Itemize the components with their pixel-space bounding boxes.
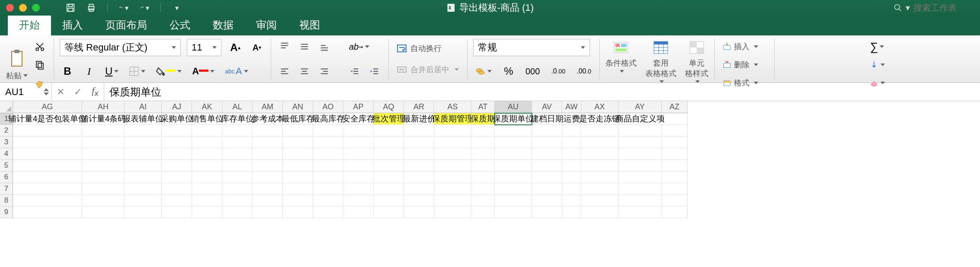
cell-styles-button[interactable]: 单元 格样式 bbox=[685, 39, 708, 83]
col-header-AY[interactable]: AY bbox=[618, 101, 662, 113]
cell-AP7[interactable] bbox=[343, 183, 374, 195]
col-header-AN[interactable]: AN bbox=[283, 101, 313, 113]
tab-数据[interactable]: 数据 bbox=[202, 15, 245, 35]
cell-AX2[interactable] bbox=[581, 125, 618, 137]
cell-AJ6[interactable] bbox=[162, 172, 192, 183]
cell-AZ3[interactable] bbox=[662, 137, 688, 148]
zoom-window-button[interactable] bbox=[32, 4, 40, 12]
cell-AT6[interactable] bbox=[471, 172, 495, 183]
cell-AP8[interactable] bbox=[343, 195, 374, 207]
cell-AN8[interactable] bbox=[283, 195, 313, 207]
cell-AL4[interactable] bbox=[222, 148, 253, 160]
cell-AR7[interactable] bbox=[404, 183, 434, 195]
cell-AM5[interactable] bbox=[253, 160, 283, 172]
cell-AI9[interactable] bbox=[125, 207, 162, 218]
cell-AZ5[interactable] bbox=[662, 160, 688, 172]
cell-AI5[interactable] bbox=[125, 160, 162, 172]
format-painter-button[interactable] bbox=[32, 75, 48, 91]
search-input[interactable] bbox=[913, 3, 974, 13]
col-header-AQ[interactable]: AQ bbox=[374, 101, 404, 113]
cell-AL6[interactable] bbox=[222, 172, 253, 183]
cell-AG6[interactable] bbox=[13, 172, 82, 183]
cell-AU2[interactable] bbox=[495, 125, 532, 137]
fill-button[interactable] bbox=[780, 57, 974, 73]
cell-AZ8[interactable] bbox=[662, 195, 688, 207]
cell-AM1[interactable]: 参考成本 bbox=[253, 113, 283, 125]
cell-AP4[interactable] bbox=[343, 148, 374, 160]
increase-decimal-button[interactable]: .0.00 bbox=[549, 64, 567, 79]
align-center-button[interactable] bbox=[297, 64, 312, 79]
cell-AI2[interactable] bbox=[125, 125, 162, 137]
cell-AL1[interactable]: 库存单位 bbox=[222, 113, 253, 125]
orientation-button[interactable]: ab↗ bbox=[347, 39, 372, 54]
cell-AL5[interactable] bbox=[222, 160, 253, 172]
cell-AV9[interactable] bbox=[532, 207, 562, 218]
paste-button[interactable]: 粘贴 bbox=[6, 49, 28, 81]
tab-审阅[interactable]: 审阅 bbox=[245, 15, 288, 35]
undo-icon[interactable]: ▾ bbox=[119, 3, 128, 13]
cell-AO3[interactable] bbox=[313, 137, 343, 148]
col-header-AO[interactable]: AO bbox=[313, 101, 343, 113]
cell-AS5[interactable] bbox=[434, 160, 471, 172]
col-header-AS[interactable]: AS bbox=[434, 101, 471, 113]
cell-AN7[interactable] bbox=[283, 183, 313, 195]
cell-AQ4[interactable] bbox=[374, 148, 404, 160]
cell-AT3[interactable] bbox=[471, 137, 495, 148]
col-header-AT[interactable]: AT bbox=[471, 101, 495, 113]
cell-AO1[interactable]: 最高库存 bbox=[313, 113, 343, 125]
cell-AR3[interactable] bbox=[404, 137, 434, 148]
align-middle-button[interactable] bbox=[297, 39, 312, 54]
row-header-4[interactable]: 4 bbox=[0, 148, 13, 160]
cell-AI4[interactable] bbox=[125, 148, 162, 160]
font-name-combo[interactable]: 等线 Regular (正文) bbox=[60, 39, 181, 56]
cell-AY6[interactable] bbox=[618, 172, 662, 183]
cell-AL3[interactable] bbox=[222, 137, 253, 148]
row-header-3[interactable]: 3 bbox=[0, 137, 13, 148]
cell-AI8[interactable] bbox=[125, 195, 162, 207]
cell-AZ4[interactable] bbox=[662, 148, 688, 160]
cell-AJ3[interactable] bbox=[162, 137, 192, 148]
cell-AK3[interactable] bbox=[192, 137, 222, 148]
cell-AP5[interactable] bbox=[343, 160, 374, 172]
cell-AY1[interactable]: 商品自定义项 bbox=[618, 113, 662, 125]
cell-AY8[interactable] bbox=[618, 195, 662, 207]
cell-AU3[interactable] bbox=[495, 137, 532, 148]
cell-AH3[interactable] bbox=[82, 137, 125, 148]
cell-AR1[interactable]: 最新进价 bbox=[404, 113, 434, 125]
cell-AG1[interactable]: 辅计量4是否包装单位 bbox=[13, 113, 82, 125]
cell-AU5[interactable] bbox=[495, 160, 532, 172]
cell-AR6[interactable] bbox=[404, 172, 434, 183]
cell-AQ1[interactable]: 批次管理 bbox=[374, 113, 404, 125]
row-header-8[interactable]: 8 bbox=[0, 195, 13, 207]
cell-AP6[interactable] bbox=[343, 172, 374, 183]
cell-AW1[interactable]: 运费 bbox=[562, 113, 581, 125]
tab-公式[interactable]: 公式 bbox=[158, 15, 202, 35]
cell-AH4[interactable] bbox=[82, 148, 125, 160]
cell-AN1[interactable]: 最低库存 bbox=[283, 113, 313, 125]
conditional-format-button[interactable]: 条件格式 bbox=[605, 39, 637, 73]
cell-AM7[interactable] bbox=[253, 183, 283, 195]
cell-AK1[interactable]: 销售单位 bbox=[192, 113, 222, 125]
fx-button[interactable]: fx bbox=[86, 85, 104, 98]
merge-center-button[interactable]: 合并后居中 bbox=[394, 62, 461, 77]
cell-AG8[interactable] bbox=[13, 195, 82, 207]
autosum-button[interactable]: ∑ bbox=[780, 39, 974, 54]
tab-开始[interactable]: 开始 bbox=[8, 15, 51, 35]
cell-AT5[interactable] bbox=[471, 160, 495, 172]
cell-AJ8[interactable] bbox=[162, 195, 192, 207]
cell-AP1[interactable]: 安全库存 bbox=[343, 113, 374, 125]
save-icon[interactable] bbox=[66, 3, 75, 13]
cell-AK9[interactable] bbox=[192, 207, 222, 218]
wrap-text-button[interactable]: 自动换行 bbox=[394, 41, 444, 56]
cell-AV8[interactable] bbox=[532, 195, 562, 207]
cell-AW5[interactable] bbox=[562, 160, 581, 172]
col-header-AK[interactable]: AK bbox=[192, 101, 222, 113]
cell-AK7[interactable] bbox=[192, 183, 222, 195]
col-header-AJ[interactable]: AJ bbox=[162, 101, 192, 113]
cell-AX4[interactable] bbox=[581, 148, 618, 160]
cell-AM9[interactable] bbox=[253, 207, 283, 218]
cell-AZ9[interactable] bbox=[662, 207, 688, 218]
fill-color-button[interactable] bbox=[154, 64, 184, 79]
row-header-9[interactable]: 9 bbox=[0, 207, 13, 218]
cell-AM8[interactable] bbox=[253, 195, 283, 207]
